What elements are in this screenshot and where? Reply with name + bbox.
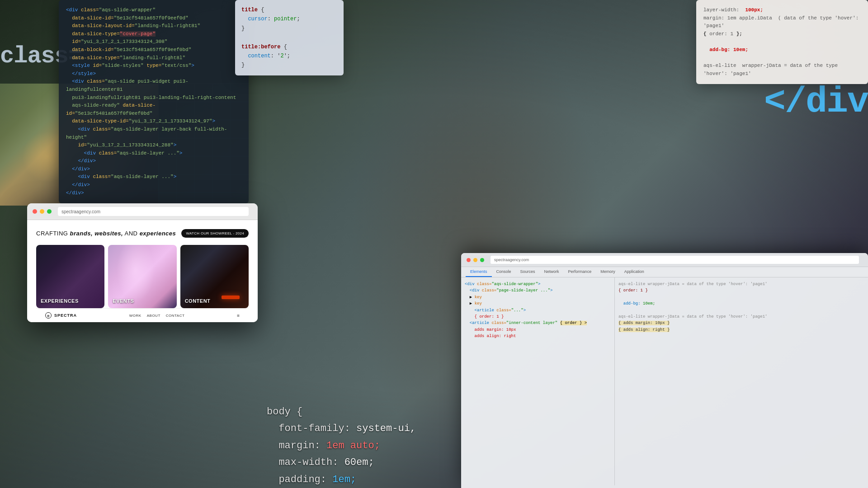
devtools-styles-panel: aqs-el-lite wrapper-jData = data of the … — [615, 277, 868, 485]
browser-url-bar[interactable]: spectraagency.com — [58, 207, 249, 216]
website-mockup: spectraagency.com CRAFTING brands, websi… — [27, 203, 258, 322]
hamburger-icon[interactable]: ≡ — [237, 313, 240, 318]
devtools-titlebar: spectraagency.com — [461, 253, 868, 267]
mockup-footer: ◎ SPECTRA WORK ABOUT CONTACT ≡ — [36, 308, 249, 322]
card-label-events: EVENTS — [113, 298, 134, 304]
card-label-content: CONTENT — [185, 298, 211, 304]
footer-logo: ◎ SPECTRA — [45, 312, 77, 319]
headline-text: CRAFTING brands, websites, AND experienc… — [36, 230, 176, 237]
code-panel-topleft: <div class="aqs-slide-wrapper" data-slic… — [59, 0, 249, 203]
url-text: spectraagency.com — [61, 209, 100, 214]
mockup-content: CRAFTING brands, websites, AND experienc… — [27, 220, 258, 322]
code-panel-bottomcenter: body { font-family: system-ui, margin: 1… — [267, 404, 493, 488]
tab-sources[interactable]: Sources — [516, 267, 540, 277]
browser-close-btn[interactable] — [33, 209, 37, 214]
nav-contact[interactable]: CONTACT — [166, 314, 185, 318]
devtools-panel: spectraagency.com Elements Console Sourc… — [461, 253, 868, 488]
card-label-experiences: EXPERIENCES — [41, 298, 79, 304]
nav-work[interactable]: WORK — [129, 314, 142, 318]
footer-logo-text: SPECTRA — [54, 313, 77, 318]
devtools-max-btn[interactable] — [480, 258, 484, 262]
css-selector: body { — [267, 406, 302, 418]
browser-min-btn[interactable] — [40, 209, 44, 214]
devtools-close-btn[interactable] — [467, 258, 471, 262]
code-panel-topmid: title { cursor: pointer; } title:before … — [235, 0, 344, 75]
div-label: </div — [764, 81, 868, 122]
devtools-body: <div class="aqs-slide-wrapper"> <div cla… — [461, 277, 868, 485]
tab-network[interactable]: Network — [540, 267, 564, 277]
devtools-url-bar[interactable]: spectraagency.com — [491, 256, 859, 264]
card-experiences[interactable]: EXPERIENCES — [36, 245, 104, 308]
devtools-html-panel: <div class="aqs-slide-wrapper"> <div cla… — [461, 277, 615, 485]
devtools-tabs: Elements Console Sources Network Perform… — [461, 267, 868, 277]
footer-nav: WORK ABOUT CONTACT — [129, 314, 185, 318]
tab-elements[interactable]: Elements — [466, 267, 492, 277]
tab-performance[interactable]: Performance — [564, 267, 596, 277]
tab-application[interactable]: Application — [620, 267, 649, 277]
devtools-url-text: spectraagency.com — [494, 258, 529, 262]
footer-logo-icon: ◎ — [45, 312, 52, 319]
card-events[interactable]: EVENTS — [108, 245, 176, 308]
mockup-cards: EXPERIENCES EVENTS CONTENT — [36, 245, 249, 308]
code-panel-topright: layer-width: 100px; margin: 1em apple.iD… — [696, 0, 868, 84]
tab-memory[interactable]: Memory — [596, 267, 620, 277]
devtools-min-btn[interactable] — [473, 258, 477, 262]
mockup-headline: CRAFTING brands, websites, AND experienc… — [36, 229, 249, 238]
watch-showreel-btn[interactable]: WATCH OUR SHOWREEL - 2024 — [181, 229, 249, 238]
nav-about[interactable]: ABOUT — [147, 314, 160, 318]
card-content[interactable]: CONTENT — [180, 245, 249, 308]
browser-bar: spectraagency.com — [27, 203, 258, 220]
browser-max-btn[interactable] — [47, 209, 52, 214]
tab-console[interactable]: Console — [492, 267, 516, 277]
